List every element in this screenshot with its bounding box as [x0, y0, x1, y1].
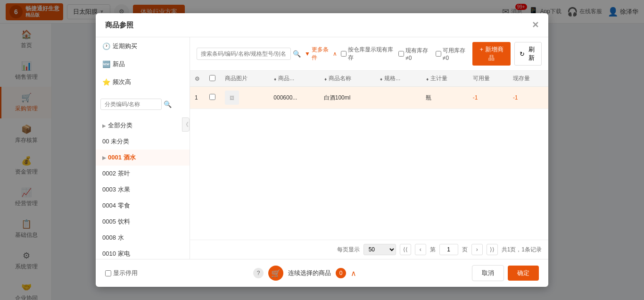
selected-count-badge: 0: [336, 268, 346, 278]
product-reference-modal: 商品参照 ✕ 🕐 近期购买 🆕 新品 ⭐ 频次高: [96, 13, 548, 287]
total-info: 共1页，1条记录: [502, 246, 542, 254]
footer-right: 取消 确定: [472, 265, 539, 281]
row-checkbox[interactable]: [209, 94, 215, 100]
category-water[interactable]: 0008 水: [96, 230, 190, 246]
star-icon: ⭐: [102, 78, 110, 86]
category-search-row: 🔍: [96, 95, 190, 114]
chevron-up-icon: ∧: [333, 50, 337, 57]
cell-name: 白酒100ml: [319, 87, 375, 109]
collapse-left-panel-button[interactable]: 《: [182, 117, 190, 132]
th-spec[interactable]: ⬧ 规格...: [375, 71, 421, 87]
cell-code: 000600...: [269, 87, 319, 109]
cell-stock: -1: [508, 87, 548, 109]
nav-recent-purchase[interactable]: 🕐 近期购买: [96, 37, 190, 55]
funnel-icon: ▼: [305, 50, 310, 57]
th-checkbox[interactable]: [205, 71, 220, 87]
column-settings-icon[interactable]: ⚙: [195, 75, 200, 82]
cancel-button[interactable]: 取消: [472, 265, 504, 281]
prev-page-button[interactable]: ‹: [415, 244, 426, 255]
modal-close-button[interactable]: ✕: [532, 20, 539, 30]
show-disabled-checkbox[interactable]: [105, 270, 111, 276]
th-image: 商品图片: [220, 71, 269, 87]
category-tea[interactable]: 0002 茶叶: [96, 166, 190, 182]
help-icon-button[interactable]: ?: [253, 268, 264, 278]
refresh-icon: ↻: [520, 50, 525, 58]
footer-left: 显示停用: [105, 269, 138, 277]
product-table-container: ⚙ 商品图片: [190, 71, 548, 240]
confirm-button[interactable]: 确定: [508, 266, 539, 281]
category-search-input[interactable]: [100, 99, 162, 110]
product-search-input[interactable]: [197, 48, 291, 60]
arrow-active-icon: ▶: [102, 155, 106, 160]
table-header-row: ⚙ 商品图片: [190, 71, 548, 87]
footer-center: ? 🛒 连续选择的商品 0 ∧: [142, 266, 467, 281]
modal-body: 🕐 近期购买 🆕 新品 ⭐ 频次高 🔍: [96, 37, 548, 259]
image-placeholder-icon: 🖼: [230, 95, 234, 100]
last-page-button[interactable]: ⟩⟩: [487, 244, 498, 255]
cell-num: 1: [190, 87, 205, 109]
sort-icon-spec: ⬧: [380, 75, 383, 82]
category-snack[interactable]: 0004 零食: [96, 198, 190, 214]
warehouse-stock-checkbox[interactable]: [341, 51, 347, 57]
category-beverage[interactable]: 0005 饮料: [96, 214, 190, 230]
th-settings[interactable]: ⚙: [190, 71, 205, 87]
select-all-checkbox[interactable]: [209, 75, 215, 81]
cell-available: -1: [468, 87, 508, 109]
modal-header: 商品参照 ✕: [96, 13, 548, 37]
modal-right-panel: 🔍 ▼ 更多条件 ∧ 按仓库显示现有库存 现有库存≠0: [190, 37, 548, 259]
modal-overlay: 商品参照 ✕ 🕐 近期购买 🆕 新品 ⭐ 频次高: [0, 0, 644, 300]
page-suffix: 页: [462, 246, 468, 254]
next-page-button[interactable]: ›: [471, 244, 483, 255]
per-page-select[interactable]: 50 20 100: [363, 244, 396, 255]
th-available: 可用量: [468, 71, 508, 87]
th-name[interactable]: ⬧ 商品名称: [319, 71, 375, 87]
filter-search-icon[interactable]: 🔍: [293, 50, 301, 58]
category-search-icon[interactable]: 🔍: [164, 100, 172, 108]
arrow-right-icon: ▶: [102, 123, 106, 128]
category-liquor[interactable]: ▶ 0001 酒水: [96, 150, 190, 166]
modal-title: 商品参照: [105, 21, 133, 30]
action-buttons: + 新增商品 ↻ 刷新: [472, 42, 542, 66]
current-stock-nonzero-checkbox-label[interactable]: 现有库存≠0: [398, 47, 432, 61]
th-unit[interactable]: ⬧ 主计量: [421, 71, 468, 87]
warehouse-stock-checkbox-label[interactable]: 按仓库显示现有库存: [341, 46, 395, 62]
sort-icon-unit: ⬧: [426, 75, 429, 82]
available-stock-nonzero-checkbox-label[interactable]: 可用库存≠0: [436, 47, 469, 61]
sort-icon-code: ⬧: [273, 75, 277, 82]
page-number-input[interactable]: [439, 244, 458, 255]
collapse-footer-icon[interactable]: ∧: [351, 269, 356, 278]
th-code[interactable]: ⬧ 商品...: [269, 71, 319, 87]
category-appliance[interactable]: 0010 家电: [96, 246, 190, 259]
first-page-button[interactable]: ⟨⟨: [400, 244, 411, 255]
sort-icon-name: ⬧: [324, 75, 327, 82]
more-filter-button[interactable]: ▼ 更多条件 ∧: [305, 46, 337, 62]
table-row[interactable]: 1 🖼 000600... 白酒100ml: [190, 87, 548, 109]
add-product-button[interactable]: + 新增商品: [472, 42, 510, 66]
product-thumbnail: 🖼: [225, 91, 239, 105]
cell-unit: 瓶: [421, 87, 468, 109]
clock-icon: 🕐: [102, 42, 110, 50]
category-all[interactable]: ▶ 全部分类: [96, 117, 190, 133]
cart-button[interactable]: 🛒: [268, 266, 283, 281]
category-uncategorized[interactable]: 00 未分类: [96, 133, 190, 150]
modal-left-panel: 🕐 近期购买 🆕 新品 ⭐ 频次高 🔍: [96, 37, 190, 259]
available-stock-nonzero-checkbox[interactable]: [436, 51, 441, 57]
show-disabled-label[interactable]: 显示停用: [105, 269, 138, 277]
cell-image: 🖼: [220, 87, 269, 109]
current-stock-nonzero-checkbox[interactable]: [398, 51, 404, 57]
category-fruit[interactable]: 0003 水果: [96, 182, 190, 198]
per-page-label: 每页显示: [337, 246, 360, 254]
product-table: ⚙ 商品图片: [190, 71, 548, 109]
new-icon: 🆕: [102, 60, 110, 68]
th-stock: 现存量: [508, 71, 548, 87]
pagination-bar: 每页显示 50 20 100 ⟨⟨ ‹ 第 页 › ⟩⟩ 共1页，1条记录: [190, 240, 548, 259]
nav-new-products[interactable]: 🆕 新品: [96, 55, 190, 73]
refresh-button[interactable]: ↻ 刷新: [514, 42, 542, 66]
cell-spec: [375, 87, 421, 109]
filter-bar: 🔍 ▼ 更多条件 ∧ 按仓库显示现有库存 现有库存≠0: [190, 37, 548, 71]
continuous-select-label: 连续选择的商品: [288, 269, 331, 277]
nav-high-frequency[interactable]: ⭐ 频次高: [96, 73, 190, 91]
cell-checkbox[interactable]: [205, 87, 220, 109]
filter-search-area: 🔍: [197, 48, 301, 60]
page-label: 第: [430, 246, 436, 254]
